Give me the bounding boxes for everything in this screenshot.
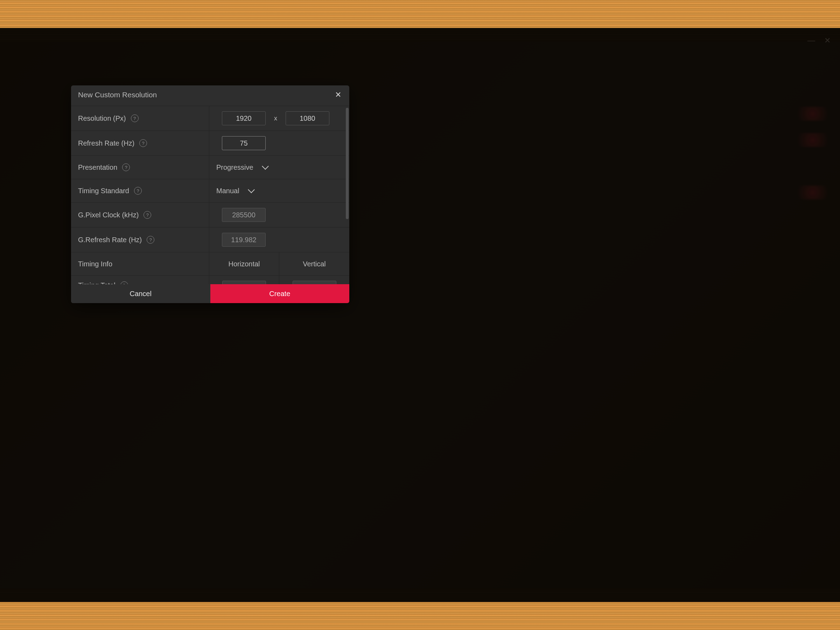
timing-total-horizontal-cell	[209, 276, 279, 284]
label-refresh-rate: Refresh Rate (Hz) ?	[71, 131, 209, 155]
refresh-rate-input-cell	[209, 131, 349, 155]
timing-total-horizontal-input[interactable]	[222, 281, 266, 284]
help-icon[interactable]: ?	[144, 211, 151, 219]
row-refresh-rate: Refresh Rate (Hz) ?	[71, 131, 349, 155]
help-icon[interactable]: ?	[122, 163, 130, 171]
row-g-pixel-clock: G.Pixel Clock (kHz) ?	[71, 202, 349, 227]
new-custom-resolution-modal: New Custom Resolution ✕ Resolution (Px) …	[71, 85, 349, 303]
label-presentation: Presentation ?	[71, 156, 209, 179]
label-text: Timing Total	[78, 281, 115, 284]
help-icon[interactable]: ?	[131, 114, 139, 122]
timing-total-vertical-input[interactable]	[293, 281, 336, 284]
refresh-rate-input[interactable]	[222, 136, 266, 150]
chevron-down-icon	[248, 187, 256, 194]
modal-footer: Cancel Create	[71, 284, 349, 303]
row-presentation: Presentation ? Progressive	[71, 155, 349, 179]
g-pixel-clock-input[interactable]	[222, 208, 266, 222]
row-timing-total: Timing Total ?	[71, 275, 349, 284]
bg-tint	[792, 185, 834, 199]
help-icon[interactable]: ?	[120, 281, 128, 284]
presentation-dropdown[interactable]: Progressive	[209, 156, 349, 179]
bg-minimize-icon: —	[805, 34, 818, 47]
modal-title: New Custom Resolution	[78, 91, 157, 99]
label-text: Resolution (Px)	[78, 114, 126, 123]
row-resolution: Resolution (Px) ? x	[71, 106, 349, 131]
label-timing-total: Timing Total ?	[71, 276, 209, 284]
g-pixel-clock-cell	[209, 203, 349, 227]
bg-tint	[792, 133, 834, 147]
label-resolution: Resolution (Px) ?	[71, 106, 209, 131]
resolution-width-input[interactable]	[222, 111, 266, 125]
bg-close-icon: ✕	[821, 34, 834, 47]
row-g-refresh-rate: G.Refresh Rate (Hz) ?	[71, 227, 349, 252]
timing-info-horizontal-header: Horizontal	[209, 253, 279, 275]
label-timing-info: Timing Info	[71, 253, 209, 275]
label-g-pixel-clock: G.Pixel Clock (kHz) ?	[71, 203, 209, 227]
cancel-button[interactable]: Cancel	[71, 284, 210, 303]
label-text: Timing Info	[78, 260, 112, 268]
timing-total-vertical-cell	[279, 276, 349, 284]
g-refresh-rate-cell	[209, 227, 349, 252]
modal-header: New Custom Resolution ✕	[71, 85, 349, 106]
label-text: Horizontal	[228, 260, 260, 268]
label-text: Refresh Rate (Hz)	[78, 139, 134, 147]
create-button[interactable]: Create	[210, 284, 350, 303]
presentation-value: Progressive	[216, 163, 253, 172]
app-window-background: — ✕ New Custom Resolution ✕ Resolution (…	[0, 28, 840, 602]
label-text: G.Refresh Rate (Hz)	[78, 236, 142, 244]
timing-standard-value: Manual	[216, 187, 239, 195]
label-text: Presentation	[78, 163, 117, 172]
close-icon[interactable]: ✕	[333, 90, 343, 99]
modal-body: Resolution (Px) ? x Refresh Rate (Hz) ?	[71, 106, 349, 284]
bg-tint	[792, 107, 834, 121]
resolution-height-input[interactable]	[286, 111, 329, 125]
label-text: Timing Standard	[78, 187, 129, 195]
timing-standard-dropdown[interactable]: Manual	[209, 179, 349, 202]
label-timing-standard: Timing Standard ?	[71, 179, 209, 202]
label-text: G.Pixel Clock (kHz)	[78, 211, 139, 219]
x-separator: x	[274, 115, 277, 122]
help-icon[interactable]: ?	[139, 139, 147, 147]
row-timing-info-header: Timing Info Horizontal Vertical	[71, 252, 349, 275]
chevron-down-icon	[262, 163, 270, 171]
timing-info-vertical-header: Vertical	[279, 253, 349, 275]
help-icon[interactable]: ?	[134, 187, 142, 194]
resolution-inputs: x	[209, 106, 349, 131]
label-g-refresh-rate: G.Refresh Rate (Hz) ?	[71, 227, 209, 252]
label-text: Vertical	[303, 260, 326, 268]
row-timing-standard: Timing Standard ? Manual	[71, 179, 349, 202]
help-icon[interactable]: ?	[147, 236, 154, 243]
g-refresh-rate-input[interactable]	[222, 233, 266, 247]
